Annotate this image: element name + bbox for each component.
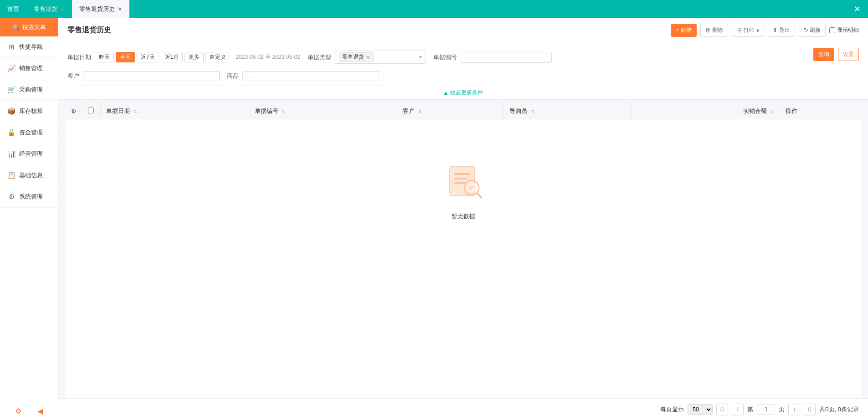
menu-icon-basic-info: 📋 bbox=[7, 171, 15, 179]
sidebar-item-quick-nav[interactable]: ⊞ 快捷导航 bbox=[0, 36, 58, 58]
th-actual-amount[interactable]: 实销金额 ⇅ bbox=[632, 103, 780, 119]
customer-label: 客户 bbox=[67, 72, 79, 80]
tab-home[interactable]: 首页 bbox=[0, 0, 26, 18]
filter-area: 单据日期 昨天今天近7天近1月更多自定义 2023-06-02 至 2023-0… bbox=[67, 42, 859, 99]
collapse-filter-label: 收起更多条件 bbox=[450, 89, 483, 97]
settings-filter-button[interactable]: 设置 bbox=[838, 48, 859, 61]
total-records: 共0页, 0条记录 bbox=[819, 405, 859, 414]
menu-label-quick-nav: 快捷导航 bbox=[19, 43, 43, 51]
menu-label-finance-mgmt: 资金管理 bbox=[19, 128, 43, 137]
select-all-checkbox[interactable] bbox=[88, 108, 94, 113]
th-guide[interactable]: 导购员 ⇅ bbox=[504, 103, 632, 119]
th-actions-label: 操作 bbox=[786, 108, 797, 114]
collapse-icon-up: ▲ bbox=[443, 90, 449, 96]
filter-item-bill-type: 单据类型 零售退货 ✕ ▾ bbox=[308, 51, 426, 64]
export-button[interactable]: ⬆ 导出 bbox=[768, 24, 795, 37]
inner-content: ⚙ 单据日期 ⇅ 单据编号 bbox=[58, 100, 868, 398]
menu-label-purchase-mgmt: 采购管理 bbox=[19, 86, 43, 94]
collapse-filter-button[interactable]: ▲ 收起更多条件 bbox=[67, 86, 859, 99]
sidebar-item-finance-mgmt[interactable]: 🔒 资金管理 bbox=[0, 122, 58, 143]
th-bill-number[interactable]: 单据编号 ⇅ bbox=[249, 103, 397, 119]
th-actions: 操作 bbox=[780, 103, 861, 119]
menu-label-basic-info: 基础信息 bbox=[19, 171, 43, 179]
query-button[interactable]: 查询 bbox=[813, 48, 834, 61]
tab-close-retail-return-history[interactable]: ✕ bbox=[118, 6, 122, 12]
sort-icon-bill-date: ⇅ bbox=[134, 109, 137, 114]
customer-select[interactable]: ... bbox=[83, 71, 220, 81]
prev-page-button[interactable]: ⟨ bbox=[732, 404, 744, 415]
date-btn-近1月[interactable]: 近1月 bbox=[161, 52, 183, 62]
th-customer[interactable]: 客户 ⇅ bbox=[397, 103, 504, 119]
svg-rect-3 bbox=[454, 182, 466, 184]
svg-rect-2 bbox=[454, 178, 468, 179]
empty-state: 暂无数据 bbox=[71, 123, 855, 257]
sidebar-item-basic-info[interactable]: 📋 基础信息 bbox=[0, 165, 58, 186]
tab-retail-return-history[interactable]: 零售退货历史✕ bbox=[72, 0, 129, 18]
th-checkbox[interactable] bbox=[82, 103, 101, 119]
filter-row-2: 客户 ... 商品 ... bbox=[67, 71, 859, 81]
th-actual-amount-label: 实销金额 bbox=[743, 108, 767, 114]
print-label: 🖨 打印 bbox=[737, 26, 755, 34]
menu-label-system-mgmt: 系统管理 bbox=[19, 193, 43, 201]
sidebar-search[interactable]: 🔍 搜索菜单 bbox=[0, 18, 58, 36]
print-button[interactable]: 🖨 打印▾ bbox=[732, 24, 764, 37]
new-button[interactable]: + 新增 bbox=[671, 24, 696, 37]
th-settings[interactable]: ⚙ bbox=[66, 103, 82, 119]
filter-item-goods: 商品 ... bbox=[227, 71, 379, 81]
sidebar-item-inventory[interactable]: 📦 库存核算 bbox=[0, 101, 58, 122]
date-btn-昨天[interactable]: 昨天 bbox=[95, 52, 114, 62]
collapse-icon[interactable]: ◀ bbox=[37, 407, 43, 415]
date-btn-更多[interactable]: 更多 bbox=[185, 52, 204, 62]
customer-placeholder: ... bbox=[87, 73, 92, 79]
settings-icon[interactable]: ⚙ bbox=[15, 407, 21, 415]
sort-icon-bill-number: ⇅ bbox=[282, 109, 285, 114]
bill-type-label: 单据类型 bbox=[308, 53, 331, 61]
goods-label: 商品 bbox=[227, 72, 239, 80]
menu-icon-quick-nav: ⊞ bbox=[7, 43, 15, 51]
goods-select[interactable]: ... bbox=[242, 71, 379, 81]
refresh-button[interactable]: ↻ 刷新 bbox=[799, 24, 826, 37]
sort-icon-guide: ⇅ bbox=[531, 109, 534, 114]
search-icon: 🔍 bbox=[12, 24, 20, 31]
date-btn-自定义[interactable]: 自定义 bbox=[205, 52, 230, 62]
show-detail-input[interactable] bbox=[829, 27, 835, 33]
show-detail-label: 显示明细 bbox=[837, 26, 859, 34]
tab-retail-return[interactable]: 零售退货✕ bbox=[26, 0, 72, 18]
tab-close-retail-return[interactable]: ✕ bbox=[60, 6, 65, 12]
date-range-display: 2023-06-02 至 2023-06-02 bbox=[236, 53, 300, 61]
svg-line-6 bbox=[477, 193, 482, 198]
settings-icon-th: ⚙ bbox=[71, 108, 77, 115]
bill-number-input[interactable] bbox=[461, 52, 552, 63]
delete-button[interactable]: 🗑 删除 bbox=[700, 24, 728, 37]
page-label: 第 bbox=[747, 405, 753, 414]
tab-label-retail-return-history: 零售退货历史 bbox=[79, 5, 115, 13]
filter-item-customer: 客户 ... bbox=[67, 71, 220, 81]
first-page-button[interactable]: ⟨⟨ bbox=[716, 404, 728, 415]
page-title: 零售退货历史 bbox=[67, 26, 111, 35]
tab-label-retail-return: 零售退货 bbox=[34, 5, 57, 13]
th-bill-date[interactable]: 单据日期 ⇅ bbox=[101, 103, 249, 119]
sidebar-menu: ⊞ 快捷导航 📈 销售管理 🛒 采购管理 📦 库存核算 🔒 资金管理 📊 经营管… bbox=[0, 36, 58, 402]
show-detail-checkbox[interactable]: 显示明细 bbox=[829, 26, 859, 34]
per-page-select[interactable]: 50 10 20 100 bbox=[688, 404, 713, 415]
bill-type-tag-remove[interactable]: ✕ bbox=[366, 54, 370, 61]
date-btn-近7天[interactable]: 近7天 bbox=[137, 52, 159, 62]
goods-placeholder: ... bbox=[247, 73, 251, 79]
menu-icon-finance-mgmt: 🔒 bbox=[7, 128, 15, 137]
bill-type-select[interactable]: 零售退货 ✕ ▾ bbox=[335, 51, 426, 64]
last-page-button[interactable]: ⟩⟩ bbox=[804, 404, 816, 415]
table-header: ⚙ 单据日期 ⇅ 单据编号 bbox=[66, 103, 861, 119]
filter-item-date: 单据日期 昨天今天近7天近1月更多自定义 2023-06-02 至 2023-0… bbox=[67, 52, 300, 62]
menu-icon-purchase-mgmt: 🛒 bbox=[7, 86, 15, 94]
window-close-button[interactable]: ✕ bbox=[847, 4, 868, 14]
table-body: 暂无数据 bbox=[66, 119, 861, 261]
content-wrapper: ⚙ 单据日期 ⇅ 单据编号 bbox=[58, 100, 868, 420]
date-btn-今天[interactable]: 今天 bbox=[116, 52, 135, 62]
sidebar-item-purchase-mgmt[interactable]: 🛒 采购管理 bbox=[0, 79, 58, 101]
sidebar-item-sales-mgmt[interactable]: 📈 销售管理 bbox=[0, 58, 58, 79]
next-page-button[interactable]: ⟩ bbox=[788, 404, 800, 415]
bill-type-tag: 零售退货 ✕ bbox=[339, 52, 374, 62]
page-input[interactable] bbox=[757, 405, 775, 415]
sidebar-item-system-mgmt[interactable]: ⚙ 系统管理 bbox=[0, 186, 58, 208]
sidebar-item-operations-mgmt[interactable]: 📊 经营管理 bbox=[0, 143, 58, 165]
